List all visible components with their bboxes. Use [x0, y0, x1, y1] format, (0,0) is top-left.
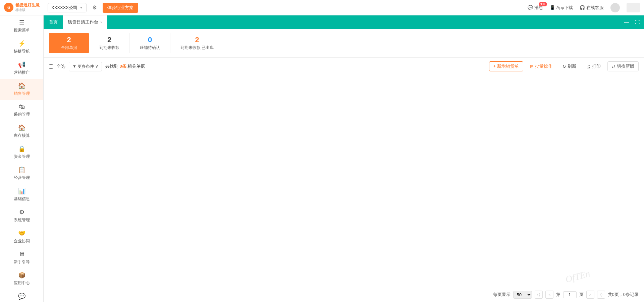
tab-home[interactable]: 首页 [44, 15, 63, 29]
logo-icon: 6 [4, 3, 13, 12]
select-all-checkbox[interactable] [49, 64, 53, 69]
sidebar: ☰ 搜索菜单 ⚡ 快捷导航 📢 营销推广 🏠 销售管理 🛍 采购管理 🏠 库存核… [0, 15, 44, 302]
company-selector[interactable]: XXXXXX公司 ▼ [48, 3, 87, 12]
sidebar-item-新手引导[interactable]: 🖥 新手引导 [0, 247, 43, 268]
stat-number-1: 2 [107, 36, 111, 44]
app-download-btn[interactable]: 📱 App下载 [550, 5, 573, 11]
filter-button[interactable]: ▼ 更多条件 ∨ [69, 62, 102, 71]
switch-icon: ⇄ [612, 64, 615, 69]
stat-card-1[interactable]: 2 到期未收款 [89, 33, 130, 53]
sidebar-label-11: 新手引导 [14, 259, 30, 265]
sidebar-icon-10: 🤝 [18, 230, 25, 237]
sidebar-label-7: 经营管理 [14, 175, 30, 181]
logo-area: 6 畅捷通好生意 标准版 [4, 3, 48, 12]
batch-btn[interactable]: ⊞ 批量操作 [527, 62, 556, 71]
sidebar-item-搜索菜单[interactable]: ☰ 搜索菜单 [0, 15, 43, 37]
message-icon: 💬 [528, 5, 533, 10]
online-service-btn[interactable]: 🎧 在线客服 [580, 5, 604, 11]
found-text: 共找到 0条 相关单据 [105, 63, 145, 69]
filter-icon: ▼ [72, 64, 76, 69]
download-icon: 📱 [550, 5, 555, 10]
sidebar-item-快捷导航[interactable]: ⚡ 快捷导航 [0, 37, 43, 58]
sidebar-item-企业协同[interactable]: 🤝 企业协同 [0, 226, 43, 247]
print-icon: 🖨 [586, 64, 591, 69]
sidebar-item-采购管理[interactable]: 🛍 采购管理 [0, 100, 43, 121]
sidebar-label-3: 销售管理 [14, 91, 30, 97]
last-page-btn[interactable]: ⟩⟩ [597, 291, 605, 299]
sidebar-item-系统管理[interactable]: ⚙ 系统管理 [0, 205, 43, 226]
sidebar-item-资金管理[interactable]: 🔒 资金管理 [0, 142, 43, 163]
tab-close-icon[interactable]: × [100, 20, 102, 24]
sidebar-item-库存核算[interactable]: 🏠 库存核算 [0, 121, 43, 142]
toolbar: 全选 ▼ 更多条件 ∨ 共找到 0条 相关单据 + 新增销货单 ⊞ [44, 58, 644, 75]
username-label [627, 3, 640, 12]
stat-label-0: 全部单据 [61, 45, 77, 51]
page-input[interactable] [563, 291, 577, 298]
batch-icon: ⊞ [530, 64, 534, 69]
page-label2: 页 [579, 292, 584, 298]
logo-sub: 标准版 [15, 8, 40, 12]
stat-label-3: 到期未收款 已出库 [180, 45, 214, 51]
tab-bar: 首页 钱货日清工作台 × — ⛶ [44, 15, 644, 29]
sidebar-label-2: 营销推广 [14, 70, 30, 75]
toolbar-right: + 新增销货单 ⊞ 批量操作 ↻ 刷新 🖨 打印 ⇄ [489, 61, 639, 71]
tab-minimize-btn[interactable]: — [623, 18, 631, 26]
stat-label-1: 到期未收款 [99, 45, 119, 51]
pagination-bar: 每页显示 50 100 200 ⟨⟨ ＜ 第 页 ＞ ⟩⟩ 共0页，0条记录 [44, 287, 644, 302]
tab-active[interactable]: 钱货日清工作台 × [63, 15, 107, 29]
select-all-label: 全选 [57, 63, 65, 69]
toolbar-left: 全选 ▼ 更多条件 ∨ 共找到 0条 相关单据 [49, 62, 486, 71]
page-size-label: 每页显示 [493, 292, 511, 298]
sidebar-label-10: 企业协同 [14, 238, 30, 244]
switch-version-btn[interactable]: ⇄ 切换新版 [607, 61, 639, 71]
sidebar-icon-6: 🔒 [18, 145, 25, 153]
sidebar-label-12: 应用中心 [14, 280, 30, 286]
first-page-btn[interactable]: ⟨⟨ [535, 291, 543, 299]
stat-card-0[interactable]: 2 全部单据 [49, 33, 89, 53]
next-page-btn[interactable]: ＞ [586, 291, 594, 299]
experience-btn[interactable]: 体验行业方案 [103, 3, 138, 13]
message-badge: 99+ [539, 2, 547, 6]
stat-number-0: 2 [67, 36, 71, 44]
stat-card-3[interactable]: 2 到期未收款 已出库 [170, 33, 224, 53]
settings-button[interactable]: ⚙ [89, 2, 100, 13]
sidebar-label-1: 快捷导航 [14, 49, 30, 54]
sidebar-item-基础信息[interactable]: 📊 基础信息 [0, 184, 43, 205]
sidebar-icon-7: 📋 [18, 166, 25, 174]
sidebar-item-应用中心[interactable]: 📦 应用中心 [0, 268, 43, 289]
found-count: 0条 [120, 64, 126, 69]
sidebar-label-9: 系统管理 [14, 217, 30, 223]
sidebar-label-5: 库存核算 [14, 133, 30, 138]
stat-number-2: 0 [148, 36, 152, 44]
sidebar-item-营销推广[interactable]: 📢 营销推广 [0, 58, 43, 79]
prev-page-btn[interactable]: ＜ [545, 291, 553, 299]
print-btn[interactable]: 🖨 打印 [583, 62, 604, 71]
sidebar-item-企业微信[interactable]: 💬 企业微信 [0, 289, 43, 302]
page-label: 第 [556, 292, 560, 298]
logo-title: 畅捷通好生意 [15, 3, 40, 7]
sidebar-icon-5: 🏠 [18, 124, 25, 131]
sidebar-item-销售管理[interactable]: 🏠 销售管理 [0, 79, 43, 100]
chevron-down-icon: ▼ [79, 6, 83, 9]
table-area [44, 75, 644, 287]
new-order-btn[interactable]: + 新增销货单 [489, 61, 523, 71]
sidebar-icon-12: 📦 [18, 271, 25, 279]
stat-card-2[interactable]: 0 旺铺待确认 [130, 33, 170, 53]
main-layout: ☰ 搜索菜单 ⚡ 快捷导航 📢 营销推广 🏠 销售管理 🛍 采购管理 🏠 库存核… [0, 15, 644, 302]
sidebar-icon-1: ⚡ [18, 40, 25, 47]
top-header: 6 畅捷通好生意 标准版 XXXXXX公司 ▼ ⚙ 体验行业方案 💬 消息 99… [0, 0, 644, 15]
sidebar-icon-11: 🖥 [19, 251, 25, 258]
right-panel: 首页 钱货日清工作台 × — ⛶ 2 全部单据 2 到期未收款 0 旺铺待确认 … [44, 15, 644, 302]
refresh-icon: ↻ [562, 64, 566, 69]
sidebar-item-经营管理[interactable]: 📋 经营管理 [0, 163, 43, 184]
company-name: XXXXXX公司 [51, 5, 77, 11]
message-btn[interactable]: 💬 消息 99+ [528, 5, 543, 11]
headset-icon: 🎧 [580, 5, 585, 10]
sidebar-icon-4: 🛍 [19, 103, 25, 110]
tab-active-label: 钱货日清工作台 [68, 19, 98, 25]
tab-expand-btn[interactable]: ⛶ [633, 18, 641, 26]
refresh-btn[interactable]: ↻ 刷新 [559, 62, 580, 71]
page-size-select[interactable]: 50 100 200 [513, 291, 532, 299]
chevron-icon: ∨ [95, 64, 98, 69]
avatar[interactable] [610, 3, 620, 12]
